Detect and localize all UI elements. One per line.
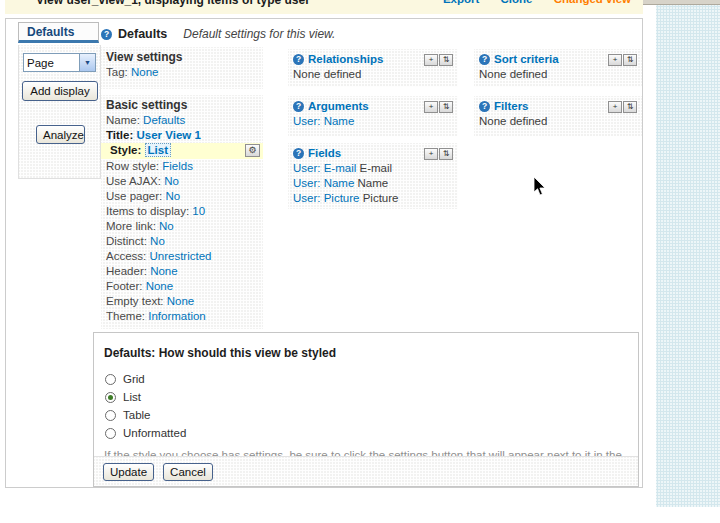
help-icon[interactable]: ? <box>479 54 490 65</box>
section-fields: ? Fields + ⇅ User: E-mail E-mail User: N… <box>288 143 458 209</box>
tag-value-link[interactable]: None <box>131 66 159 78</box>
setting-row-footer: Footer: None <box>106 279 258 294</box>
radio-grid-label: Grid <box>123 373 145 385</box>
sort-criteria-empty-text: None defined <box>479 67 637 82</box>
style-value-link[interactable]: List <box>145 143 171 157</box>
header-value-link[interactable]: None <box>150 265 178 277</box>
sort-criteria-title-link[interactable]: Sort criteria <box>494 52 559 67</box>
items-value-link[interactable]: 10 <box>192 205 205 217</box>
rearrange-fields-button[interactable]: ⇅ <box>439 148 453 160</box>
section-filters: ? Filters + ⇅ None defined <box>474 96 642 136</box>
view-title: View user_view_1, displaying items of ty… <box>36 0 310 7</box>
field-picture-link[interactable]: User: Picture <box>293 192 359 204</box>
name-value-link[interactable]: Defaults <box>143 114 185 126</box>
setting-row-more-link: More link: No <box>106 219 258 234</box>
rearrange-relationships-button[interactable]: ⇅ <box>439 54 453 66</box>
setting-row-access: Access: Unrestricted <box>106 249 258 264</box>
access-value-link[interactable]: Unrestricted <box>149 250 211 262</box>
add-sort-button[interactable]: + <box>608 54 622 66</box>
tab-defaults[interactable]: Defaults <box>18 22 99 43</box>
form-actions-band: Update Cancel <box>94 456 638 486</box>
help-icon[interactable]: ? <box>293 148 304 159</box>
plus-icon: + <box>613 55 618 64</box>
field-item-picture: User: Picture Picture <box>293 191 453 206</box>
row-style-value-link[interactable]: Fields <box>162 160 193 172</box>
setting-row-title: Title: User View 1 <box>106 128 258 143</box>
pager-value-link[interactable]: No <box>165 190 180 202</box>
section-relationships: ? Relationships + ⇅ None defined <box>288 49 458 87</box>
add-field-button[interactable]: + <box>424 148 438 160</box>
style-option-grid[interactable]: Grid <box>105 370 638 388</box>
setting-row-pager: Use pager: No <box>106 189 258 204</box>
radio-unformatted-label: Unformatted <box>123 427 186 439</box>
style-option-unformatted[interactable]: Unformatted <box>105 424 638 442</box>
update-button[interactable]: Update <box>103 463 154 481</box>
radio-list[interactable] <box>105 392 116 403</box>
basic-settings-title: Basic settings <box>106 98 258 113</box>
radio-table-label: Table <box>123 409 151 421</box>
filters-title-link[interactable]: Filters <box>494 99 529 114</box>
gear-icon: ⚙ <box>248 145 256 155</box>
theme-value-link[interactable]: Information <box>148 310 206 322</box>
title-value-link[interactable]: User View 1 <box>136 129 200 141</box>
display-sidebar: Page ▼ Add display Analyze <box>18 45 101 179</box>
style-settings-form: Defaults: How should this view be styled… <box>93 332 639 487</box>
style-option-table[interactable]: Table <box>105 406 638 424</box>
field-email-link[interactable]: User: E-mail <box>293 162 356 174</box>
rearrange-icon: ⇅ <box>443 102 450 111</box>
radio-table[interactable] <box>105 410 116 421</box>
help-icon[interactable]: ? <box>293 54 304 65</box>
plus-icon: + <box>613 102 618 111</box>
style-settings-button[interactable]: ⚙ <box>245 144 260 157</box>
relationships-empty-text: None defined <box>293 67 453 82</box>
cancel-button[interactable]: Cancel <box>163 463 213 481</box>
help-icon[interactable]: ? <box>479 101 490 112</box>
export-link[interactable]: Export <box>443 0 479 5</box>
add-display-button[interactable]: Add display <box>22 81 98 101</box>
changed-view-link[interactable]: Changed view <box>554 0 631 5</box>
field-name-link[interactable]: User: Name <box>293 177 354 189</box>
rearrange-icon: ⇅ <box>443 55 450 64</box>
help-icon[interactable]: ? <box>293 101 304 112</box>
section-view-settings: View settings Tag: None <box>101 47 263 89</box>
setting-row-header: Header: None <box>106 264 258 279</box>
distinct-value-link[interactable]: No <box>150 235 165 247</box>
radio-unformatted[interactable] <box>105 428 116 439</box>
relationships-title-link[interactable]: Relationships <box>308 52 383 67</box>
analyze-button[interactable]: Analyze <box>36 125 85 144</box>
footer-value-link[interactable]: None <box>146 280 174 292</box>
rearrange-filters-button[interactable]: ⇅ <box>623 101 637 113</box>
fields-title-link[interactable]: Fields <box>308 146 341 161</box>
dropdown-chevron-icon[interactable]: ▼ <box>79 54 95 71</box>
setting-row-ajax: Use AJAX: No <box>106 174 258 189</box>
field-item-name: User: Name Name <box>293 176 453 191</box>
help-icon[interactable]: ? <box>101 29 112 40</box>
argument-user-name-link[interactable]: User: Name <box>293 115 354 127</box>
add-display-select-value: Page <box>24 57 79 69</box>
clone-link[interactable]: Clone <box>501 0 533 5</box>
add-filter-button[interactable]: + <box>608 101 622 113</box>
setting-row-theme: Theme: Information <box>106 309 258 324</box>
views-edit-page: View user_view_1, displaying items of ty… <box>0 0 720 523</box>
arguments-title-link[interactable]: Arguments <box>308 99 369 114</box>
ajax-value-link[interactable]: No <box>164 175 179 187</box>
view-settings-title: View settings <box>106 50 258 65</box>
view-action-links: Export Clone Changed view <box>425 0 631 5</box>
empty-text-value-link[interactable]: None <box>167 295 195 307</box>
more-link-value-link[interactable]: No <box>159 220 174 232</box>
rearrange-sorts-button[interactable]: ⇅ <box>623 54 637 66</box>
add-display-select[interactable]: Page ▼ <box>23 53 96 72</box>
add-argument-button[interactable]: + <box>424 101 438 113</box>
setting-row-tag: Tag: None <box>106 65 258 80</box>
mouse-cursor <box>533 177 547 197</box>
rearrange-arguments-button[interactable]: ⇅ <box>439 101 453 113</box>
add-relationship-button[interactable]: + <box>424 54 438 66</box>
radio-grid[interactable] <box>105 374 116 385</box>
style-options-list: Grid List Table Unformatted <box>105 370 638 442</box>
plus-icon: + <box>429 55 434 64</box>
style-option-list[interactable]: List <box>105 388 638 406</box>
page-background-texture <box>656 5 720 507</box>
section-sort-criteria: ? Sort criteria + ⇅ None defined <box>474 49 642 87</box>
field-item-email: User: E-mail E-mail <box>293 161 453 176</box>
section-arguments: ? Arguments + ⇅ User: Name <box>288 96 458 136</box>
